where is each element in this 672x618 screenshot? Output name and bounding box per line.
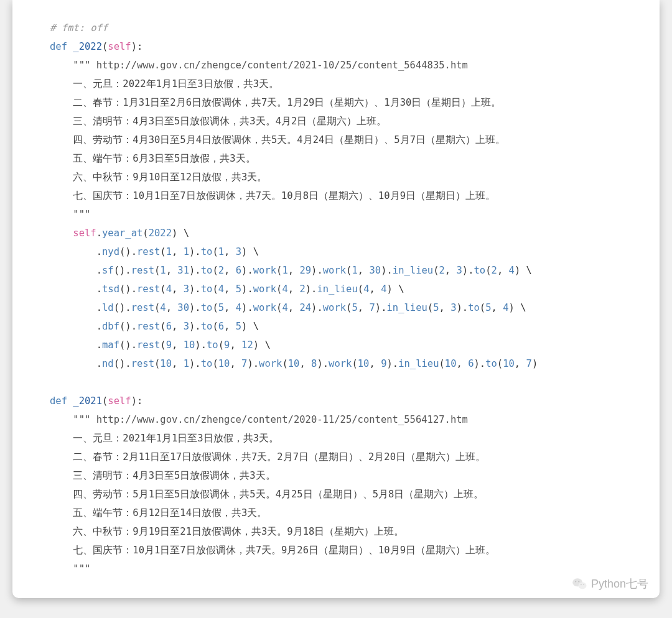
doc-2021-line: 四、劳动节：5月1日至5日放假调休，共5天。4月25日（星期日）、5月8日（星期… — [73, 489, 483, 500]
call-maf: maf — [102, 339, 119, 351]
doc-2022-line: 一、元旦：2022年1月1日至3日放假，共3天。 — [73, 78, 279, 90]
svg-point-5 — [583, 584, 584, 586]
doc-2022-line: 二、春节：1月31日至2月6日放假调休，共7天。1月29日（星期六）、1月30日… — [73, 97, 501, 108]
docstring-close: """ — [73, 209, 90, 220]
doc-2022-line: 四、劳动节：4月30日至5月4日放假调休，共5天。4月24日（星期日）、5月7日… — [73, 134, 505, 145]
svg-point-1 — [579, 582, 587, 589]
docstring-open: """ — [73, 414, 90, 425]
param-self: self — [108, 41, 131, 52]
code-card: # fmt: off def _2022(self): """ http://w… — [12, 0, 660, 598]
doc-2022-line: 五、端午节：6月3日至5日放假，共3天。 — [73, 153, 255, 164]
docstring-open: """ — [73, 60, 90, 71]
docstring-close: """ — [73, 563, 90, 574]
kw-def: def — [50, 41, 67, 52]
self-ref: self — [73, 228, 96, 239]
svg-point-2 — [575, 581, 576, 582]
doc-2021-line: 二、春节：2月11日至17日放假调休，共7天。2月7日（星期日）、2月20日（星… — [73, 451, 485, 463]
doc-2022-line: 三、清明节：4月3日至5日放假调休，共3天。4月2日（星期六）上班。 — [73, 116, 386, 127]
call-nd: nd — [102, 358, 114, 369]
call-year-at: year_at — [102, 228, 142, 239]
fn-2022-name: _2022 — [73, 41, 102, 52]
watermark: Python七号 — [571, 576, 648, 592]
doc-2021-line: 七、国庆节：10月1日至7日放假调休，共7天。9月26日（星期日）、10月9日（… — [73, 545, 495, 556]
code-block: # fmt: off def _2022(self): """ http://w… — [50, 19, 660, 578]
call-sf: sf — [102, 265, 114, 276]
fn-2021-name: _2021 — [73, 395, 102, 407]
doc-2021-line: 五、端午节：6月12日至14日放假，共3天。 — [73, 507, 267, 519]
fmt-comment: # fmt: off — [50, 22, 108, 34]
wechat-icon — [571, 576, 587, 592]
doc-url-2021: http://www.gov.cn/zhengce/content/2020-1… — [90, 414, 468, 425]
doc-url-2022: http://www.gov.cn/zhengce/content/2021-1… — [90, 60, 468, 71]
svg-point-4 — [581, 584, 582, 586]
call-tsd: tsd — [102, 284, 119, 295]
kw-def: def — [50, 395, 67, 407]
call-nyd: nyd — [102, 246, 119, 257]
call-ld: ld — [102, 302, 114, 313]
param-self: self — [108, 395, 131, 407]
doc-2022-line: 六、中秋节：9月10日至12日放假，共3天。 — [73, 172, 267, 183]
doc-2021-line: 六、中秋节：9月19日至21日放假调休，共3天。9月18日（星期六）上班。 — [73, 526, 404, 537]
svg-point-3 — [578, 581, 579, 582]
doc-2022-line: 七、国庆节：10月1日至7日放假调休，共7天。10月8日（星期六）、10月9日（… — [73, 190, 495, 201]
watermark-text: Python七号 — [591, 576, 648, 591]
call-dbf: dbf — [102, 321, 119, 332]
doc-2021-line: 三、清明节：4月3日至5日放假调休，共3天。 — [73, 470, 275, 481]
doc-2021-line: 一、元旦：2021年1月1日至3日放假，共3天。 — [73, 433, 279, 444]
